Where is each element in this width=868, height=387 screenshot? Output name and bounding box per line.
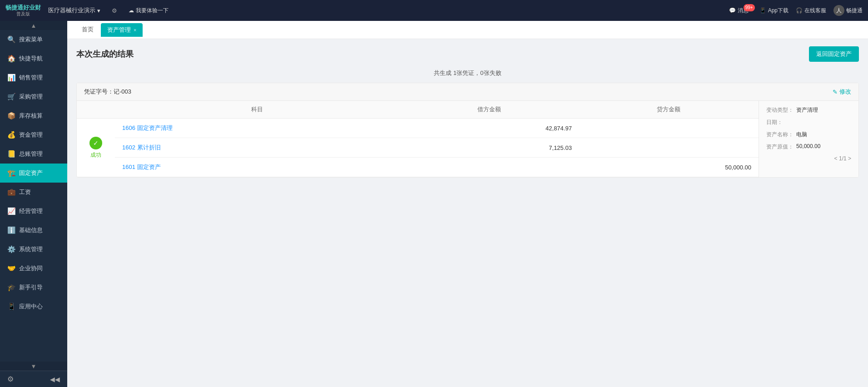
voucher-card: 凭证字号：记-003 ✎ 修改 科目 借方金额 bbox=[76, 83, 859, 178]
sidebar-item-label: 总账管理 bbox=[19, 150, 43, 158]
voucher-edit-btn[interactable]: ✎ 修改 bbox=[833, 88, 851, 96]
asset-name-label: 资产名称： bbox=[766, 131, 794, 139]
message-badge: 99 bbox=[744, 4, 755, 11]
th-subject: 科目 bbox=[115, 101, 400, 119]
debit-cell: 42,874.97 bbox=[400, 119, 579, 138]
side-panel-pagination: < 1/1 > bbox=[766, 155, 851, 162]
page-title: 本次生成的结果 bbox=[76, 49, 134, 60]
sidebar-scroll-up[interactable]: ▲ bbox=[0, 21, 67, 30]
sidebar-item-label: 销售管理 bbox=[19, 74, 43, 82]
next-page-btn[interactable]: > bbox=[848, 155, 851, 162]
asset-name-row: 资产名称： 电脑 bbox=[766, 131, 851, 139]
quick-nav-icon: 🏠 bbox=[7, 55, 15, 63]
header-left: 畅捷通好业财 普及版 医疗器械行业演示 ▾ ⚙ ☁ 我要体验一下 bbox=[5, 4, 172, 17]
voucher-side-panel: 变动类型： 资产清理 日期： 资产名称： 电脑 资产原值： bbox=[759, 101, 858, 177]
result-summary: 共生成 1张凭证，0张失败 bbox=[76, 69, 859, 77]
sidebar-scroll-down[interactable]: ▼ bbox=[0, 362, 67, 371]
sidebar-item-funds[interactable]: 💰资金管理 bbox=[0, 125, 67, 144]
change-type-label: 变动类型： bbox=[766, 106, 794, 114]
sidebar-item-search[interactable]: 🔍搜索菜单 bbox=[0, 30, 67, 49]
page-title-row: 本次生成的结果 返回固定资产 bbox=[76, 46, 859, 62]
sidebar-item-purchase[interactable]: 🛒采购管理 bbox=[0, 87, 67, 106]
credit-cell: 50,000.00 bbox=[579, 158, 759, 177]
tab-asset-label: 资产管理 bbox=[107, 26, 131, 34]
sidebar-item-ledger[interactable]: 📒总账管理 bbox=[0, 144, 67, 164]
success-label: 成功 bbox=[90, 151, 101, 159]
original-value-row: 资产原值： 50,000.00 bbox=[766, 143, 851, 151]
sidebar-item-label: 搜索菜单 bbox=[19, 35, 43, 44]
sidebar-item-sales[interactable]: 📊销售管理 bbox=[0, 68, 67, 87]
sidebar-bottom: ⚙ ◀◀ bbox=[0, 371, 67, 387]
logo[interactable]: 畅捷通好业财 普及版 bbox=[5, 4, 41, 17]
table-row: 1601 固定资产50,000.00 bbox=[77, 158, 759, 177]
sidebar-item-label: 企业协同 bbox=[19, 264, 43, 273]
content-area: 首页 资产管理 × 本次生成的结果 返回固定资产 共生成 1张凭证，0张失败 凭… bbox=[67, 21, 868, 387]
date-row: 日期： bbox=[766, 119, 851, 126]
sidebar-scroll: 🔍搜索菜单🏠快捷导航📊销售管理🛒采购管理📦库存核算💰资金管理📒总账管理🏗️固定资… bbox=[0, 30, 67, 362]
user-btn[interactable]: 人 畅捷通 bbox=[833, 5, 863, 16]
message-icon: 💬 bbox=[729, 7, 736, 14]
sidebar-item-label: 经营管理 bbox=[19, 207, 43, 215]
tab-asset-management[interactable]: 资产管理 × bbox=[101, 23, 143, 37]
online-service-btn[interactable]: 🎧 在线客服 bbox=[796, 7, 826, 15]
tab-close-btn[interactable]: × bbox=[134, 27, 136, 33]
credit-cell bbox=[579, 138, 759, 158]
system-icon: ⚙️ bbox=[7, 245, 15, 253]
avatar: 人 bbox=[833, 5, 844, 16]
sidebar-item-tutorial[interactable]: 🎓新手引导 bbox=[0, 278, 67, 297]
tab-home[interactable]: 首页 bbox=[74, 22, 101, 38]
voucher-table: 科目 借方金额 贷方金额 ✓成功1606 固定资产清理42,874.971602… bbox=[77, 101, 759, 177]
asset-name-value: 电脑 bbox=[796, 131, 807, 139]
operations-icon: 📈 bbox=[7, 207, 15, 215]
change-type-value: 资产清理 bbox=[796, 106, 818, 114]
table-row: ✓成功1606 固定资产清理42,874.97 bbox=[77, 119, 759, 138]
subject-cell: 1602 累计折旧 bbox=[115, 138, 400, 158]
tutorial-icon: 🎓 bbox=[7, 283, 15, 292]
app-download-btn[interactable]: 📱 App下载 bbox=[759, 7, 789, 15]
workspace-name: 医疗器械行业演示 bbox=[48, 6, 95, 15]
sidebar-item-label: 资金管理 bbox=[19, 131, 43, 139]
message-btn[interactable]: 💬 消息 99 bbox=[725, 7, 752, 15]
sidebar-item-system[interactable]: ⚙️系统管理 bbox=[0, 240, 67, 259]
gear-icon: ⚙ bbox=[112, 7, 117, 14]
settings-bottom-icon[interactable]: ⚙ bbox=[7, 375, 14, 383]
debit-cell bbox=[400, 158, 579, 177]
sidebar-item-operations[interactable]: 📈经营管理 bbox=[0, 202, 67, 221]
sidebar-item-label: 基础信息 bbox=[19, 226, 43, 234]
date-label: 日期： bbox=[766, 119, 783, 126]
subject-cell: 1606 固定资产清理 bbox=[115, 119, 400, 138]
success-icon: ✓ bbox=[89, 137, 102, 149]
edit-label: 修改 bbox=[839, 88, 851, 96]
edit-icon: ✎ bbox=[833, 89, 838, 95]
payroll-icon: 💼 bbox=[7, 188, 15, 196]
workspace-selector[interactable]: 医疗器械行业演示 ▾ bbox=[45, 5, 104, 16]
sidebar-item-fixed-assets[interactable]: 🏗️固定资产 bbox=[0, 164, 67, 183]
prev-page-btn[interactable]: < bbox=[834, 155, 838, 162]
experience-btn[interactable]: ☁ 我要体验一下 bbox=[125, 5, 172, 16]
sidebar-item-label: 固定资产 bbox=[19, 169, 43, 177]
sidebar-item-quick-nav[interactable]: 🏠快捷导航 bbox=[0, 49, 67, 68]
sidebar-item-basic-info[interactable]: ℹ️基础信息 bbox=[0, 221, 67, 240]
table-row: 1602 累计折旧7,125.03 bbox=[77, 138, 759, 158]
purchase-icon: 🛒 bbox=[7, 93, 15, 101]
page-content: 本次生成的结果 返回固定资产 共生成 1张凭证，0张失败 凭证字号：记-003 … bbox=[67, 39, 868, 387]
th-status bbox=[77, 101, 115, 119]
th-debit: 借方金额 bbox=[400, 101, 579, 119]
funds-icon: 💰 bbox=[7, 131, 15, 139]
pagination-text: 1/1 bbox=[839, 155, 848, 162]
logo-title: 畅捷通好业财 bbox=[5, 4, 41, 11]
th-credit: 贷方金额 bbox=[579, 101, 759, 119]
search-icon: 🔍 bbox=[7, 35, 15, 44]
app-center-icon: 📱 bbox=[7, 303, 15, 311]
sidebar-item-inventory[interactable]: 📦库存核算 bbox=[0, 106, 67, 125]
sidebar-item-payroll[interactable]: 💼工资 bbox=[0, 183, 67, 202]
sidebar-item-label: 采购管理 bbox=[19, 93, 43, 101]
experience-label: 我要体验一下 bbox=[136, 7, 169, 15]
collapse-icon[interactable]: ◀◀ bbox=[50, 376, 60, 383]
sidebar-item-enterprise[interactable]: 🤝企业协同 bbox=[0, 259, 67, 278]
voucher-body: 科目 借方金额 贷方金额 ✓成功1606 固定资产清理42,874.971602… bbox=[77, 101, 858, 177]
settings-icon-btn[interactable]: ⚙ bbox=[108, 4, 121, 17]
return-btn[interactable]: 返回固定资产 bbox=[809, 46, 859, 62]
sidebar-item-app-center[interactable]: 📱应用中心 bbox=[0, 297, 67, 316]
inventory-icon: 📦 bbox=[7, 112, 15, 120]
